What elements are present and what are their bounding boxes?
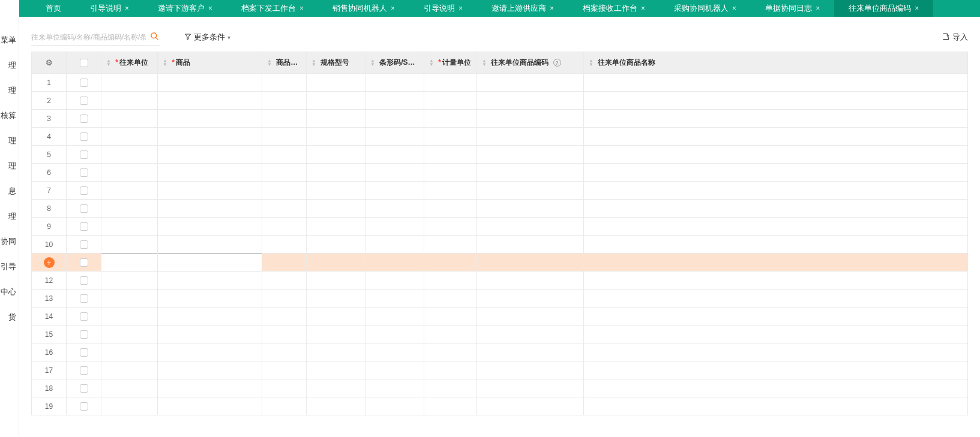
cell-unit[interactable] (424, 218, 477, 236)
cell-goods[interactable] (158, 74, 262, 92)
cell-goods[interactable] (158, 379, 262, 397)
cell-partner-code[interactable] (477, 128, 584, 146)
cell-partner-name[interactable] (584, 343, 968, 361)
cell-unit[interactable] (424, 128, 477, 146)
checkbox[interactable] (80, 330, 88, 339)
cell-partner-name[interactable] (584, 128, 968, 146)
cell-barcode[interactable] (365, 290, 424, 308)
checkbox[interactable] (80, 150, 88, 159)
tab[interactable]: 销售协同机器人× (318, 0, 409, 17)
cell-brand[interactable] (262, 236, 307, 254)
cell-brand[interactable] (262, 254, 307, 272)
cell-partner[interactable] (101, 200, 158, 218)
row-check-cell[interactable] (67, 200, 101, 218)
cell-partner-code[interactable] (477, 200, 584, 218)
checkbox[interactable] (80, 79, 88, 87)
cell-brand[interactable] (262, 74, 307, 92)
cell-partner-code[interactable] (477, 272, 584, 290)
cell-goods[interactable] (158, 361, 262, 379)
row-check-cell[interactable] (67, 128, 101, 146)
table-add-row[interactable]: + (32, 254, 968, 272)
cell-partner[interactable] (101, 254, 158, 272)
cell-barcode[interactable] (365, 182, 424, 200)
cell-partner-code[interactable] (477, 308, 584, 326)
checkbox[interactable] (80, 366, 88, 375)
sidebar-item[interactable]: 引导 (0, 254, 19, 279)
row-check-cell[interactable] (67, 92, 101, 110)
cell-partner[interactable] (101, 92, 158, 110)
cell-spec[interactable] (307, 74, 365, 92)
sidebar-item[interactable]: 理 (0, 78, 19, 103)
checkbox[interactable] (80, 294, 88, 303)
cell-brand[interactable] (262, 397, 307, 415)
checkbox[interactable] (80, 132, 88, 141)
checkbox[interactable] (80, 384, 88, 393)
cell-partner[interactable] (101, 397, 158, 415)
cell-spec[interactable] (307, 379, 365, 397)
search-icon[interactable] (150, 32, 159, 43)
cell-partner[interactable] (101, 164, 158, 182)
cell-partner[interactable] (101, 272, 158, 290)
checkbox[interactable] (80, 59, 88, 67)
cell-partner-code[interactable] (477, 110, 584, 128)
table-row[interactable]: 19 (32, 397, 968, 415)
cell-partner-code[interactable] (477, 343, 584, 361)
cell-partner-code[interactable] (477, 326, 584, 343)
cell-barcode[interactable] (365, 74, 424, 92)
cell-unit[interactable] (424, 110, 477, 128)
table-row[interactable]: 6 (32, 164, 968, 182)
row-check-cell[interactable] (67, 326, 101, 343)
cell-partner[interactable] (101, 110, 158, 128)
sidebar-item[interactable]: 息 (0, 179, 19, 204)
cell-partner-name[interactable] (584, 290, 968, 308)
table-row[interactable]: 5 (32, 146, 968, 164)
cell-partner-name[interactable] (584, 110, 968, 128)
more-conditions-button[interactable]: 更多条件 ▾ (184, 32, 230, 43)
cell-brand[interactable] (262, 200, 307, 218)
cell-partner-code[interactable] (477, 182, 584, 200)
row-check-cell[interactable] (67, 146, 101, 164)
checkbox[interactable] (80, 402, 88, 411)
row-check-cell[interactable] (67, 379, 101, 397)
cell-goods[interactable] (158, 110, 262, 128)
column-spec[interactable]: ▲▼ 规格型号 (307, 52, 365, 74)
cell-goods[interactable] (158, 397, 262, 415)
tab[interactable]: 档案接收工作台× (568, 0, 660, 17)
cell-partner[interactable] (101, 146, 158, 164)
cell-brand[interactable] (262, 290, 307, 308)
cell-unit[interactable] (424, 379, 477, 397)
checkbox[interactable] (80, 348, 88, 357)
cell-partner-code[interactable] (477, 379, 584, 397)
cell-goods[interactable] (158, 164, 262, 182)
cell-partner-code[interactable] (477, 290, 584, 308)
cell-goods[interactable] (158, 200, 262, 218)
cell-spec[interactable] (307, 361, 365, 379)
cell-goods[interactable] (158, 326, 262, 343)
cell-partner[interactable] (101, 128, 158, 146)
column-brand[interactable]: ▲▼ 商品… (262, 52, 307, 74)
table-row[interactable]: 15 (32, 326, 968, 343)
row-check-cell[interactable] (67, 254, 101, 272)
cell-barcode[interactable] (365, 92, 424, 110)
cell-spec[interactable] (307, 236, 365, 254)
cell-unit[interactable] (424, 236, 477, 254)
sidebar-item[interactable]: 协同 (0, 229, 19, 254)
cell-barcode[interactable] (365, 146, 424, 164)
cell-spec[interactable] (307, 254, 365, 272)
sidebar-item[interactable]: 菜单 (0, 28, 19, 53)
checkbox[interactable] (80, 204, 88, 213)
add-row-button[interactable]: + (44, 257, 55, 268)
cell-goods[interactable] (158, 343, 262, 361)
cell-brand[interactable] (262, 182, 307, 200)
cell-unit[interactable] (424, 397, 477, 415)
column-barcode[interactable]: ▲▼ 条形码/S… (365, 52, 424, 74)
close-icon[interactable]: × (732, 5, 736, 12)
cell-partner-code[interactable] (477, 74, 584, 92)
sidebar-item[interactable]: 理 (0, 204, 19, 229)
cell-unit[interactable] (424, 92, 477, 110)
cell-partner-name[interactable] (584, 146, 968, 164)
cell-brand[interactable] (262, 308, 307, 326)
cell-barcode[interactable] (365, 308, 424, 326)
cell-unit[interactable] (424, 272, 477, 290)
cell-brand[interactable] (262, 272, 307, 290)
